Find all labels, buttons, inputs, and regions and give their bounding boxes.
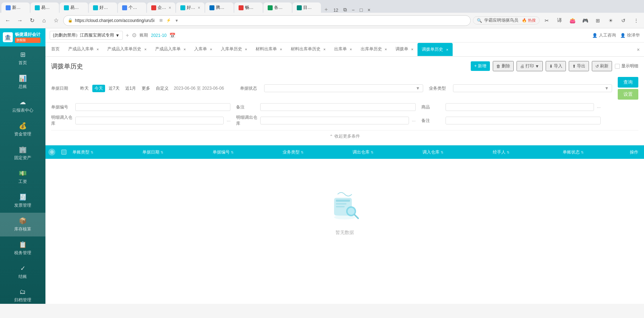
tab-product-in[interactable]: 产成品入库单 × (64, 43, 103, 56)
remark2-filter-input[interactable] (446, 117, 601, 124)
tab-close-material-out-history[interactable]: × (323, 47, 326, 51)
game-icon[interactable]: 🎮 (580, 16, 590, 26)
tab-close-6[interactable]: × (169, 5, 171, 10)
new-tab-button[interactable]: + (322, 6, 331, 13)
tab-close-product-in-history[interactable]: × (144, 47, 146, 51)
tab-stock-out-history[interactable]: 出库单历史 × (356, 43, 391, 56)
tab-close-stock-out[interactable]: × (350, 47, 352, 51)
new-doc-button[interactable]: + 新增 (471, 61, 490, 71)
date-btn-1month[interactable]: 近1月 (123, 85, 138, 92)
collapse-button[interactable]: ⌃ 收起更多条件 (329, 132, 360, 141)
browser-tab-1[interactable]: 新… (1, 2, 30, 13)
sidebar-item-home[interactable]: ⊞ 首页 (0, 46, 45, 70)
lightning-icon[interactable]: ⚡ (166, 18, 171, 23)
tab-transfer-history[interactable]: 调拨单历史 × (417, 43, 452, 56)
tab-close-product-in[interactable]: × (97, 47, 99, 51)
import-button[interactable]: ⬇ 导入 (546, 61, 566, 71)
add-company-button[interactable]: + (126, 32, 129, 39)
export-button[interactable]: ⬆ 导出 (569, 61, 589, 71)
tab-close-transfer[interactable]: × (411, 47, 413, 51)
show-cols-toggle[interactable]: 显示明细 (615, 63, 638, 69)
show-cols-checkbox[interactable] (615, 64, 620, 69)
user-avatar[interactable]: 👤 徐泽华 (620, 32, 640, 38)
tab-product-in2[interactable]: 产成品入库单 × (151, 43, 190, 56)
scissors-icon[interactable]: ✂ (542, 16, 552, 26)
browser-tab-8[interactable]: 腾… (205, 2, 234, 13)
goods-filter-input[interactable] (446, 103, 594, 111)
wallet-icon[interactable]: 👛 (567, 16, 577, 26)
forward-button[interactable]: → (15, 16, 25, 26)
address-bar[interactable]: 🔒 https://cloud.chanjet.com/accounting/u… (63, 15, 471, 26)
detail-out-filter-input[interactable] (260, 117, 409, 124)
browser-tab-3[interactable]: 易… (60, 2, 88, 13)
filter-settings-button[interactable]: 设置 (618, 89, 638, 100)
browser-tab-10[interactable]: 各… (263, 2, 292, 13)
sidebar-item-finance[interactable]: 💰 资金管理 (0, 118, 45, 141)
docno-filter-input[interactable] (75, 103, 230, 111)
search-bar[interactable]: 🔍 学霸应聘场驱鸟员 🔥 热搜 (473, 16, 540, 24)
detail-out-ellipsis[interactable]: ··· (412, 118, 416, 123)
tab-stock-out[interactable]: 出库单 × (330, 43, 356, 56)
tab-stock-in-history[interactable]: 入库单历史 × (217, 43, 251, 56)
sidebar-item-inventory[interactable]: 📦 库存核算 (0, 213, 45, 236)
consult-button[interactable]: 👤 人工咨询 (592, 32, 616, 38)
select-all-checkbox[interactable] (61, 150, 66, 155)
browser-tab-9[interactable]: 畅… (234, 2, 263, 13)
more-icon[interactable]: ⋮ (631, 16, 641, 26)
close-all-tabs-button[interactable]: × (634, 47, 643, 52)
tab-close-product-in2[interactable]: × (184, 47, 186, 51)
sidebar-item-assets[interactable]: 🏢 固定资产 (0, 141, 45, 165)
th-settings[interactable]: ⚙ (45, 149, 58, 156)
sidebar-item-tax[interactable]: 📋 税务管理 (0, 236, 45, 260)
th-in-warehouse[interactable]: 调入仓库 ⇅ (420, 149, 490, 155)
browser-tab-5[interactable]: 个… (118, 2, 146, 13)
tab-close-material-out[interactable]: × (280, 47, 282, 51)
calendar-icon[interactable]: 📅 (169, 33, 175, 38)
refresh-button[interactable]: ↺ 刷新 (592, 61, 612, 71)
tab-transfer[interactable]: 调拨单 × (391, 43, 417, 56)
browser-tab-7[interactable]: 好… × (176, 2, 204, 13)
th-doc-date[interactable]: 单据日期 ⇅ (140, 149, 209, 155)
sidebar-item-reports[interactable]: ☁ 云报表中心 (0, 94, 45, 118)
th-doc-no[interactable]: 单据编号 ⇅ (210, 149, 280, 155)
restore-window-icon[interactable]: ⧉ (341, 7, 349, 13)
browser-tab-11[interactable]: 目… (293, 2, 321, 13)
tab-close-stock-out-history[interactable]: × (385, 47, 387, 51)
extensions-icon[interactable]: ⊞ (159, 18, 163, 23)
date-btn-7days[interactable]: 近7天 (107, 85, 122, 92)
maximize-button[interactable]: □ (358, 7, 365, 13)
remark-filter-input[interactable] (260, 103, 415, 111)
brightness-icon[interactable]: ☀ (606, 16, 616, 26)
tab-close-stock-in-history[interactable]: × (245, 47, 247, 51)
th-doc-type[interactable]: 单账类型 ⇅ (70, 149, 140, 155)
goods-filter-ellipsis[interactable]: ··· (597, 105, 601, 110)
th-handler[interactable]: 经手人 ⇅ (490, 149, 560, 155)
query-button[interactable]: 查询 (618, 77, 638, 88)
undo-icon[interactable]: ↺ (618, 16, 628, 26)
minimize-button[interactable]: − (350, 7, 357, 13)
th-biz-type[interactable]: 业务类型 ⇅ (280, 149, 350, 155)
tab-close-7[interactable]: × (198, 5, 200, 10)
translate-icon[interactable]: 译 (555, 16, 564, 26)
browser-tab-6[interactable]: 企… × (147, 2, 175, 13)
th-doc-status[interactable]: 单账状态 ⇅ (560, 149, 630, 155)
detail-in-ellipsis[interactable]: ··· (227, 118, 230, 123)
tab-material-out-history[interactable]: 材料出库单历史 × (286, 43, 330, 56)
print-button[interactable]: 🖨 打印 ▼ (517, 61, 543, 71)
dropdown-icon[interactable]: ▼ (175, 18, 179, 23)
sidebar-item-ledger[interactable]: 📊 总账 (0, 70, 45, 94)
date-btn-more[interactable]: 更多 (140, 85, 152, 92)
date-btn-custom[interactable]: 自定义 (154, 85, 171, 92)
tab-count-badge[interactable]: 12 (331, 8, 340, 13)
tab-close-transfer-history[interactable]: × (446, 48, 448, 52)
th-out-warehouse[interactable]: 调出仓库 ⇅ (350, 149, 420, 155)
tab-home[interactable]: 首页 (47, 43, 64, 56)
browser-tab-4[interactable]: 好… (89, 2, 117, 13)
th-checkbox[interactable] (58, 150, 70, 155)
date-btn-today[interactable]: 今天 (92, 85, 105, 92)
tab-material-out[interactable]: 材料出库单 × (251, 43, 286, 56)
bookmark-button[interactable]: ☆ (51, 16, 61, 26)
browser-tab-2[interactable]: 易… (31, 2, 59, 13)
back-button[interactable]: ← (3, 16, 13, 26)
app-logo[interactable]: 🏦 畅捷通好会计 旗舰版 (0, 28, 45, 46)
